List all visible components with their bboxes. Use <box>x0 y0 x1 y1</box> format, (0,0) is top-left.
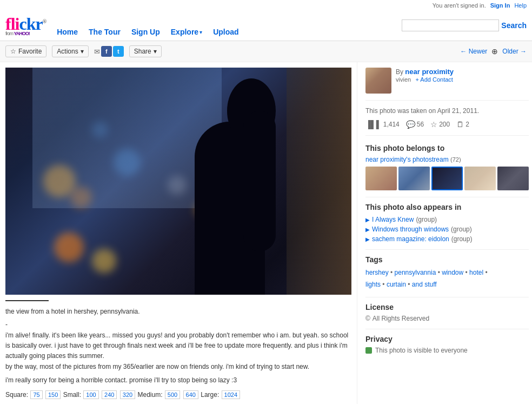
caption-separator: - <box>5 321 351 328</box>
sign-in-link[interactable]: Sign In <box>490 2 510 9</box>
share-label: Share <box>134 48 151 55</box>
help-link[interactable]: Help <box>514 2 527 9</box>
right-panel: By near proximity vivien + Add Contact T… <box>357 62 532 404</box>
photostream-count: (72) <box>450 156 461 163</box>
author-username: vivien <box>396 76 411 83</box>
by-row: By near proximity <box>396 68 454 76</box>
size-320[interactable]: 320 <box>120 390 135 399</box>
actions-button[interactable]: Actions ▾ <box>52 45 88 57</box>
main-nav: Home The Tour Sign Up Explore ▾ Upload <box>57 28 238 36</box>
group-label-3: (group) <box>451 235 473 243</box>
author-info: By near proximity vivien + Add Contact <box>396 68 454 83</box>
square-label: Square: <box>5 391 30 399</box>
newer-button[interactable]: ← Newer <box>460 48 487 55</box>
tags-section: Tags hershey • pennsylvannia • window • … <box>365 249 529 290</box>
photo-caption: the view from a hotel in hershey, pennsy… <box>5 307 351 316</box>
group-arrow-3: ▶ <box>365 236 370 242</box>
yahoo-label: YAHOO! <box>14 31 30 36</box>
actions-label: Actions <box>57 48 78 55</box>
appears-title: This photo also appears in <box>365 203 529 211</box>
from-label: from <box>5 31 13 36</box>
older-button[interactable]: Older → <box>502 48 527 55</box>
views-count: 1,414 <box>383 121 400 128</box>
zoom-button[interactable]: ⊕ <box>491 47 498 56</box>
belongs-section: This photo belongs to near proximity's p… <box>365 144 529 190</box>
privacy-section: Privacy This photo is visible to everyon… <box>365 329 529 354</box>
explore-arrow: ▾ <box>200 29 202 35</box>
photo-description: i'm alive! finally. it's been like years… <box>5 330 351 386</box>
share-button[interactable]: Share ▾ <box>129 45 162 57</box>
size-240[interactable]: 240 <box>102 390 117 399</box>
size-500[interactable]: 500 <box>165 390 180 399</box>
favorite-button[interactable]: ☆ Favorite <box>5 45 46 57</box>
privacy-text: This photo is visible to everyone <box>365 347 529 354</box>
explore-dropdown[interactable]: Explore ▾ <box>171 28 202 36</box>
not-signed-in-text: You aren't signed in. <box>433 2 486 9</box>
notes-stat: 🗒 2 <box>456 120 469 129</box>
thumb-1[interactable] <box>365 167 397 190</box>
thumb-2[interactable] <box>398 167 430 190</box>
size-150[interactable]: 150 <box>45 390 61 399</box>
faves-stat: ☆ 200 <box>430 120 450 129</box>
photo-divider <box>5 300 49 301</box>
group-label-2: (group) <box>451 225 472 233</box>
group-item-1: ▶ I Always Knew (group) <box>365 216 529 223</box>
desc-para-2: i'm really sorry for being a horrible co… <box>5 375 351 386</box>
author-section: By near proximity vivien + Add Contact <box>365 68 529 101</box>
star-icon: ☆ <box>10 48 16 55</box>
group-arrow-1: ▶ <box>365 217 370 223</box>
group-item-2: ▶ Windows through windows (group) <box>365 225 529 233</box>
tag-window[interactable]: window <box>442 269 463 276</box>
size-1024[interactable]: 1024 <box>222 390 240 399</box>
tag-curtain[interactable]: curtain <box>387 281 406 288</box>
group-link-3[interactable]: sachem magazine: eidolon <box>372 235 449 243</box>
notes-count: 2 <box>466 121 469 128</box>
copyright-icon: © <box>365 315 370 322</box>
license-section: License © All Rights Reserved <box>365 297 529 322</box>
tags-content: hershey • pennsylvannia • window • hotel… <box>365 267 529 290</box>
signup-link[interactable]: Sign Up <box>131 28 160 36</box>
thumb-5[interactable] <box>497 167 529 190</box>
add-contact-link[interactable]: + Add Contact <box>415 76 453 83</box>
tag-pennsylvannia[interactable]: pennsylvannia <box>395 269 436 276</box>
search-button[interactable]: Search <box>501 21 527 30</box>
flickr-logo: flickr® from YAHOO! <box>5 14 46 36</box>
size-100[interactable]: 100 <box>83 390 98 399</box>
tag-lights[interactable]: lights <box>365 281 381 288</box>
upload-link[interactable]: Upload <box>213 28 238 36</box>
actions-arrow: ▾ <box>81 48 84 55</box>
tour-link[interactable]: The Tour <box>89 28 121 36</box>
photostream-link[interactable]: near proximity's photostream <box>365 156 449 163</box>
twitter-button[interactable]: t <box>113 46 124 57</box>
belongs-title: This photo belongs to <box>365 144 529 152</box>
small-label: Small: <box>63 391 83 399</box>
thumb-4[interactable] <box>464 167 496 190</box>
comments-icon: 💬 <box>406 120 415 129</box>
explore-link[interactable]: Explore <box>171 28 198 36</box>
author-name-link[interactable]: near proximity <box>405 68 454 76</box>
large-label: Large: <box>201 391 221 399</box>
group-link-2[interactable]: Windows through windows <box>372 225 449 233</box>
tag-and-stuff[interactable]: and stuff <box>412 281 437 288</box>
privacy-title: Privacy <box>365 335 529 343</box>
comments-count: 56 <box>417 121 424 128</box>
thumb-3-selected[interactable] <box>431 167 463 190</box>
tag-hershey[interactable]: hershey <box>365 269 389 276</box>
share-arrow: ▾ <box>154 48 157 55</box>
social-share-area: ✉ f t <box>94 46 124 57</box>
size-640[interactable]: 640 <box>183 390 198 399</box>
photo-image <box>5 68 351 295</box>
email-button[interactable]: ✉ <box>94 48 100 56</box>
tag-hotel[interactable]: hotel <box>469 269 483 276</box>
desc-para-1: i'm alive! finally. it's been like years… <box>5 330 351 372</box>
faves-icon: ☆ <box>430 120 437 129</box>
size-75[interactable]: 75 <box>30 390 42 399</box>
search-input[interactable] <box>402 19 499 31</box>
facebook-button[interactable]: f <box>101 46 112 57</box>
author-avatar <box>365 68 391 94</box>
group-item-3: ▶ sachem magazine: eidolon (group) <box>365 235 529 243</box>
home-link[interactable]: Home <box>57 28 78 36</box>
group-arrow-2: ▶ <box>365 227 370 233</box>
group-link-1[interactable]: I Always Knew <box>372 216 414 223</box>
license-title: License <box>365 303 529 311</box>
